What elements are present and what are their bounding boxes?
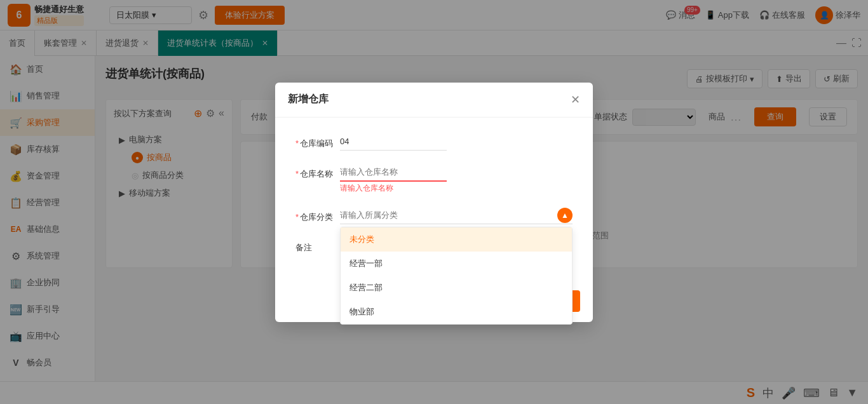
name-label: *仓库名称: [295, 163, 340, 180]
category-input-wrap: ▲ 未分类 经营一部 经营二部 物业部: [340, 206, 573, 224]
name-row: *仓库名称 请输入仓库名称: [295, 163, 573, 194]
category-chevron-button[interactable]: ▲: [557, 208, 573, 223]
code-label: *仓库编码: [295, 133, 340, 149]
modal-title: 新增仓库: [288, 93, 329, 106]
dropdown-item-none[interactable]: 未分类: [341, 227, 572, 252]
dropdown-item-dept1[interactable]: 经营一部: [341, 252, 572, 276]
dropdown-item-dept2[interactable]: 经营二部: [341, 276, 572, 300]
new-warehouse-modal: 新增仓库 ✕ *仓库编码 *仓库名称: [275, 83, 593, 322]
category-label: *仓库分类: [295, 206, 340, 223]
category-row: *仓库分类 ▲ 未分类 经营一部 经营二部 物业部: [295, 206, 573, 224]
modal-body: *仓库编码 *仓库名称 请输入仓库名称: [275, 118, 593, 283]
name-row-inner: *仓库名称: [295, 163, 573, 182]
code-row: *仓库编码: [295, 133, 573, 151]
category-dropdown: 未分类 经营一部 经营二部 物业部: [340, 227, 573, 325]
modal-header: 新增仓库 ✕: [275, 83, 593, 118]
name-error-msg: 请输入仓库名称: [340, 184, 393, 192]
name-error-area: 请输入仓库名称: [340, 182, 393, 194]
modal-overlay: 新增仓库 ✕ *仓库编码 *仓库名称: [0, 0, 868, 404]
modal-close-button[interactable]: ✕: [571, 93, 580, 107]
chevron-up-icon: ▲: [561, 211, 569, 220]
code-input[interactable]: [340, 133, 447, 151]
code-input-wrap: [340, 133, 573, 151]
name-input-wrap: [340, 163, 573, 182]
note-label: 备注: [295, 237, 340, 253]
category-input[interactable]: [340, 206, 573, 224]
dropdown-item-property[interactable]: 物业部: [341, 300, 572, 324]
name-input[interactable]: [340, 163, 447, 182]
